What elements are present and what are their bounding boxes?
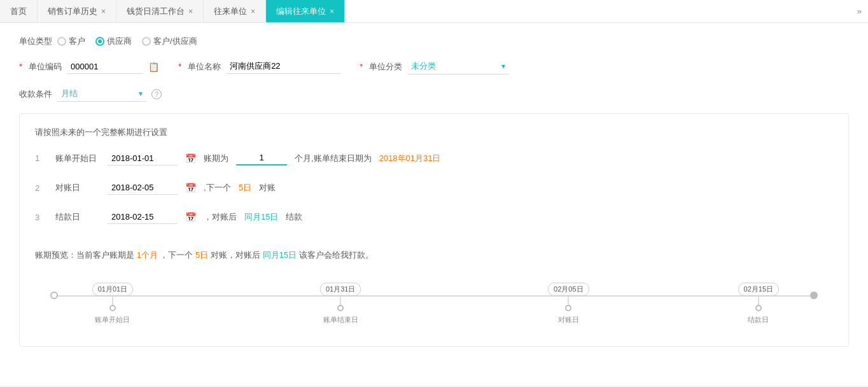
payment-condition-select[interactable]: 月结 ▾	[57, 86, 146, 102]
tab-bar: 首页 销售订单历史 × 钱货日清工作台 × 往来单位 × 编辑往来单位 × »	[0, 0, 868, 23]
unit-category-value: 未分类	[411, 60, 499, 72]
unit-code-required: *	[19, 62, 22, 71]
tab-edit-partner-unit-close[interactable]: ×	[330, 7, 334, 16]
section-instruction: 请按照未来的一个完整帐期进行设置	[35, 127, 833, 138]
tab-edit-partner-unit-label: 编辑往来单位	[276, 6, 326, 17]
row-2-num: 2	[35, 183, 48, 193]
row-3-highlight: 同月15日	[244, 211, 278, 223]
preview-sep2: 对账，对账后	[211, 250, 263, 260]
tl-desc-2: 账单结束日	[323, 315, 358, 325]
main-content: 单位类型 客户 供应商 客户/供应商 * 单位编码	[0, 23, 868, 386]
tab-cash-ledger-close[interactable]: ×	[188, 7, 193, 16]
row-1-date-input[interactable]	[108, 151, 178, 165]
tab-home-label: 首页	[10, 6, 27, 17]
setting-row-3: 3 结款日 📅 ，对账后 同月15日 结款	[35, 210, 833, 224]
timeline-line	[54, 295, 814, 297]
row-2-suffix: 对账	[259, 182, 276, 194]
radio-customer[interactable]: 客户	[57, 36, 85, 47]
timeline-right-dot	[810, 292, 818, 299]
payment-condition-value: 月结	[61, 88, 136, 99]
radio-customer-supplier[interactable]: 客户/供应商	[142, 36, 197, 47]
unit-category-arrow: ▾	[501, 62, 505, 71]
tl-dot-2	[337, 305, 344, 311]
unit-code-input[interactable]	[67, 60, 143, 74]
timeline-point-3: 02月05日 对账日	[548, 283, 589, 325]
row-3-num: 3	[35, 213, 48, 222]
unit-name-field: * 单位名称	[178, 60, 340, 74]
timeline-point-1: 01月01日 账单开始日	[92, 283, 133, 325]
unit-code-field: * 单位编码 📋	[19, 60, 159, 74]
unit-name-required: *	[178, 62, 181, 71]
tab-home[interactable]: 首页	[0, 0, 38, 22]
setting-row-1: 1 账单开始日 📅 账期为 个月,账单结束日期为 2018年01月31日	[35, 151, 833, 165]
period-settings-section: 请按照未来的一个完整帐期进行设置 1 账单开始日 📅 账期为 个月,账单结束日期…	[19, 113, 849, 347]
timeline-date-1: 01月01日	[92, 283, 133, 296]
row-1-suffix: 个月,账单结束日期为	[295, 153, 372, 164]
radio-supplier-label: 供应商	[107, 36, 132, 47]
help-icon[interactable]: ?	[151, 89, 162, 99]
row-2-label: 对账日	[55, 182, 100, 194]
preview-section: 账期预览：当前客户账期是 1个月 ，下一个 5日 对账，对账后 同月15日 该客…	[35, 239, 833, 261]
radio-supplier-circle	[95, 37, 104, 46]
row-3-date-input[interactable]	[108, 210, 178, 224]
unit-category-select[interactable]: 未分类 ▾	[407, 59, 509, 74]
tl-connector-3	[568, 296, 569, 305]
tl-dot-4	[755, 305, 762, 311]
tab-partner-units[interactable]: 往来单位 ×	[204, 0, 266, 22]
row-2-date-input[interactable]	[108, 181, 178, 195]
row-3-prefix: ，对账后	[204, 211, 237, 223]
tl-dot-1	[109, 305, 116, 311]
tl-connector-2	[340, 296, 341, 305]
tab-edit-partner-unit[interactable]: 编辑往来单位 ×	[266, 0, 345, 22]
unit-category-field: * 单位分类 未分类 ▾	[360, 59, 509, 74]
row-2-cal-icon[interactable]: 📅	[185, 183, 196, 193]
setting-row-2: 2 对账日 📅 ,下一个 5日 对账	[35, 181, 833, 195]
timeline-date-4: 02月15日	[738, 283, 779, 296]
timeline-date-2: 01月31日	[320, 283, 361, 296]
unit-type-row: 单位类型 客户 供应商 客户/供应商	[19, 36, 849, 47]
timeline-point-2: 01月31日 账单结束日	[320, 283, 361, 325]
unit-category-label: 单位分类	[369, 61, 402, 73]
row-1-period-input[interactable]	[236, 151, 287, 165]
tl-desc-4: 结款日	[748, 315, 769, 325]
tab-sales-order-history-close[interactable]: ×	[101, 7, 106, 16]
preview-part2: 5日	[195, 250, 208, 260]
radio-customer-supplier-label: 客户/供应商	[153, 36, 197, 47]
tl-desc-3: 对账日	[558, 315, 579, 325]
radio-customer-supplier-circle	[142, 37, 151, 46]
payment-condition-label: 收款条件	[19, 88, 52, 100]
row-2-highlight: 5日	[239, 182, 251, 194]
preview-suffix: 该客户会给我打款。	[299, 250, 374, 260]
unit-code-icon[interactable]: 📋	[148, 62, 159, 72]
unit-type-field: 单位类型 客户 供应商 客户/供应商	[19, 36, 197, 47]
unit-info-row: * 单位编码 📋 * 单位名称 * 单位分类 未分类 ▾	[19, 59, 849, 74]
radio-customer-label: 客户	[69, 36, 85, 47]
row-1-cal-icon[interactable]: 📅	[185, 153, 196, 164]
tab-partner-units-close[interactable]: ×	[251, 7, 255, 16]
row-3-suffix: 结款	[286, 211, 302, 223]
row-3-label: 结款日	[55, 211, 100, 223]
timeline-left-dot	[50, 292, 58, 299]
preview-sep1: ，下一个	[160, 250, 193, 260]
radio-customer-circle	[57, 37, 66, 46]
radio-supplier[interactable]: 供应商	[95, 36, 132, 47]
timeline-date-3: 02月05日	[548, 283, 589, 296]
tab-sales-order-history-label: 销售订单历史	[48, 6, 97, 17]
payment-condition-row: 收款条件 月结 ▾ ?	[19, 86, 849, 102]
payment-condition-field: 收款条件 月结 ▾ ?	[19, 86, 162, 102]
row-3-cal-icon[interactable]: 📅	[185, 212, 196, 222]
unit-type-radio-group: 客户 供应商 客户/供应商	[57, 36, 197, 47]
preview-part3: 同月15日	[263, 250, 297, 260]
tab-cash-ledger[interactable]: 钱货日清工作台 ×	[116, 0, 204, 22]
unit-code-label: 单位编码	[29, 61, 62, 73]
unit-name-input[interactable]	[226, 60, 340, 74]
unit-type-label: 单位类型	[19, 36, 52, 47]
tl-connector-1	[112, 296, 113, 305]
timeline-section: 01月01日 账单开始日 01月31日 账单结束日 02月05日	[35, 276, 833, 334]
tab-cash-ledger-label: 钱货日清工作台	[127, 6, 185, 17]
tl-connector-4	[758, 296, 759, 305]
tab-expand-button[interactable]: »	[851, 0, 868, 22]
unit-name-label: 单位名称	[188, 61, 221, 73]
row-1-highlight: 2018年01月31日	[379, 153, 441, 164]
tab-sales-order-history[interactable]: 销售订单历史 ×	[38, 0, 116, 22]
